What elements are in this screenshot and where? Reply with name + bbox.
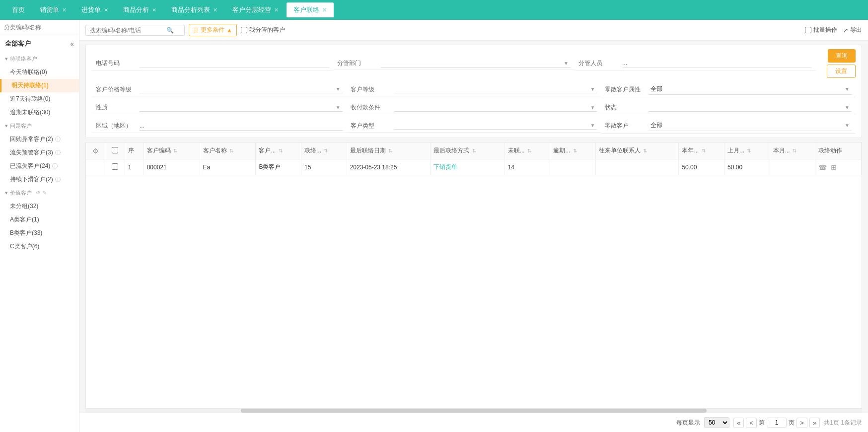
grid-action-icon[interactable]: ⊞ xyxy=(831,163,837,171)
sidebar-item-a-class[interactable]: A类客户(1) xyxy=(0,213,79,226)
col-checkbox-header xyxy=(105,143,125,159)
more-conditions-btn[interactable]: ☰ 更多条件 ▲ xyxy=(189,24,237,36)
filter-status-select[interactable]: ▼ xyxy=(649,104,852,112)
page-nav: « < 第 页 > » xyxy=(733,418,820,428)
row-checkbox[interactable] xyxy=(112,163,118,170)
filter-retail-select[interactable]: 全部 ▼ xyxy=(649,120,852,131)
sidebar-item-b-class[interactable]: B类客户(33) xyxy=(0,226,79,240)
chevron-down-icon: ▼ xyxy=(336,86,341,92)
last-page-btn[interactable]: » xyxy=(809,418,820,428)
main-content: 🔍 ☰ 更多条件 ▲ 我分管的客户 批量操作 ↗ 导出 xyxy=(79,20,868,432)
filter-status-label: 状态 xyxy=(605,103,645,112)
prev-page-btn[interactable]: < xyxy=(746,418,757,428)
horizontal-scrollbar[interactable] xyxy=(85,409,862,413)
close-sales-tab[interactable]: ✕ xyxy=(62,7,67,13)
col-setting-header[interactable]: ⚙ xyxy=(86,143,105,159)
filter-customer-grade: 客户等级 ▼ xyxy=(347,83,601,96)
filter-customer-type: 客户类型 ▼ xyxy=(347,120,601,133)
close-purchase-tab[interactable]: ✕ xyxy=(104,7,108,13)
filter-manager-label: 分管人员 xyxy=(579,59,618,68)
filter-nature: 性质 ▼ xyxy=(92,101,347,114)
sidebar-item-week7[interactable]: 近7天待联络(0) xyxy=(0,92,79,106)
tab-customer-seg[interactable]: 客户分层经营 ✕ xyxy=(225,2,286,17)
col-name-header: 客户名称 ⇅ xyxy=(200,143,256,159)
batch-ops-label: 批量操作 xyxy=(813,26,837,34)
sidebar-item-c-class[interactable]: C类客户(6) xyxy=(0,240,79,253)
set-button[interactable]: 设置 xyxy=(827,65,856,78)
sidebar-item-ungrouped[interactable]: 未分组(32) xyxy=(0,200,79,213)
filter-panel: 电话号码 分管部门 ▼ 分管人员 查询 设置 xyxy=(85,45,862,138)
sort-type-icon: ⇅ xyxy=(279,148,283,153)
row-unit-contact-cell xyxy=(595,159,679,175)
filter-price-level-select[interactable]: ▼ xyxy=(140,85,343,93)
last-method-link[interactable]: 下销货单 xyxy=(434,163,457,170)
filter-icon: ☰ xyxy=(193,27,199,34)
page-label: 第 xyxy=(759,419,765,427)
page-of-label: 页 xyxy=(789,419,795,427)
my-customers-label: 我分管的客户 xyxy=(249,26,285,34)
filter-region-input[interactable] xyxy=(140,121,343,131)
filter-manager: 分管人员 xyxy=(575,57,816,71)
filter-row-1: 电话号码 分管部门 ▼ 分管人员 查询 设置 xyxy=(92,49,856,78)
toolbar: 🔍 ☰ 更多条件 ▲ 我分管的客户 批量操作 ↗ 导出 xyxy=(79,20,868,41)
batch-ops-btn[interactable]: 批量操作 xyxy=(805,26,837,34)
filter-customer-type-label: 客户类型 xyxy=(351,122,390,130)
close-customer-seg-tab[interactable]: ✕ xyxy=(274,7,279,13)
edit-icon[interactable]: ✎ xyxy=(42,190,47,196)
all-customers-header[interactable]: 全部客户 « xyxy=(0,35,79,52)
filter-row-2: 客户价格等级 ▼ 客户等级 ▼ 零散客户属性 全部 xyxy=(92,82,856,97)
sidebar-item-repurchase[interactable]: 回购异常客户(2) ⓘ xyxy=(0,133,79,146)
tab-purchase[interactable]: 进货单 ✕ xyxy=(74,2,115,17)
export-btn[interactable]: ↗ 导出 xyxy=(843,26,862,34)
tab-analysis[interactable]: 商品分析 ✕ xyxy=(116,2,163,17)
query-button[interactable]: 查询 xyxy=(828,49,856,63)
my-customers-checkbox-area[interactable]: 我分管的客户 xyxy=(241,26,285,34)
next-page-btn[interactable]: > xyxy=(796,418,807,428)
search-icon-main[interactable]: 🔍 xyxy=(166,27,174,34)
filter-phone-input[interactable] xyxy=(140,59,329,68)
scrollbar-thumb xyxy=(241,409,707,413)
filter-payment-label: 收付款条件 xyxy=(351,103,390,112)
filter-manager-input[interactable] xyxy=(622,59,812,68)
column-setting-icon[interactable]: ⚙ xyxy=(92,147,99,155)
close-analysis-tab[interactable]: ✕ xyxy=(152,7,156,13)
filter-customer-type-select[interactable]: ▼ xyxy=(394,122,597,130)
refresh-icon[interactable]: ↺ xyxy=(36,190,40,196)
row-last-method-cell: 下销货单 xyxy=(431,159,505,175)
filter-nature-select[interactable]: ▼ xyxy=(140,104,343,112)
my-customers-checkbox[interactable] xyxy=(241,27,247,33)
phone-action-icon[interactable]: ☎ xyxy=(818,163,827,171)
tab-sales[interactable]: 销货单 ✕ xyxy=(33,2,73,17)
sidebar-item-lost-risk[interactable]: 流失预警客户(3) ⓘ xyxy=(0,146,79,159)
filter-retail: 零散客户 全部 ▼ xyxy=(601,118,856,134)
filter-retail-attr-select[interactable]: 全部 ▼ xyxy=(649,84,852,95)
per-page-select[interactable]: 10 20 50 100 xyxy=(704,417,729,428)
filter-payment-select[interactable]: ▼ xyxy=(394,104,597,112)
table-row: 1 000021 Ea B类客户 15 2023-05-23 18:25: 下销… xyxy=(86,159,862,175)
sidebar-item-tomorrow[interactable]: 明天待联络(1) xyxy=(0,79,79,92)
collapse-sidebar-icon[interactable]: « xyxy=(70,40,74,48)
sidebar-item-today[interactable]: 今天待联络(0) xyxy=(0,66,79,79)
close-analysis-list-tab[interactable]: ✕ xyxy=(213,7,217,13)
sidebar-item-lost[interactable]: 已流失客户(24) ⓘ xyxy=(0,159,79,173)
select-all-checkbox[interactable] xyxy=(112,147,118,153)
sidebar-item-continuous-down[interactable]: 持续下滑客户(2) ⓘ xyxy=(0,173,79,186)
sidebar-item-overdue[interactable]: 逾期未联络(30) xyxy=(0,106,79,119)
nav-home[interactable]: 首页 xyxy=(5,2,32,17)
tab-customer-contact[interactable]: 客户联络 ✕ xyxy=(287,2,334,17)
batch-ops-checkbox[interactable] xyxy=(805,27,811,33)
chevron-down-icon-4: ▼ xyxy=(336,105,341,110)
row-last-date-cell: 2023-05-23 18:25: xyxy=(347,159,431,175)
action-icons-area: ☎ ⊞ xyxy=(818,163,858,171)
first-page-btn[interactable]: « xyxy=(733,418,744,428)
filter-grade-select[interactable]: ▼ xyxy=(394,85,597,93)
tab-analysis-list[interactable]: 商品分析列表 ✕ xyxy=(164,2,224,17)
page-input[interactable] xyxy=(767,418,787,428)
table-header-row: ⚙ 序 客户编码 ⇅ 客户名称 ⇅ 客户... ⇅ 联络... ⇅ 最后联络日期… xyxy=(86,143,862,159)
sort-name-icon: ⇅ xyxy=(229,148,233,153)
filter-dept-select[interactable]: ▼ xyxy=(381,60,571,68)
search-input[interactable] xyxy=(90,27,164,34)
sidebar-search-input[interactable] xyxy=(4,24,78,31)
filter-phone-label: 电话号码 xyxy=(96,59,136,68)
close-customer-contact-tab[interactable]: ✕ xyxy=(322,7,327,13)
